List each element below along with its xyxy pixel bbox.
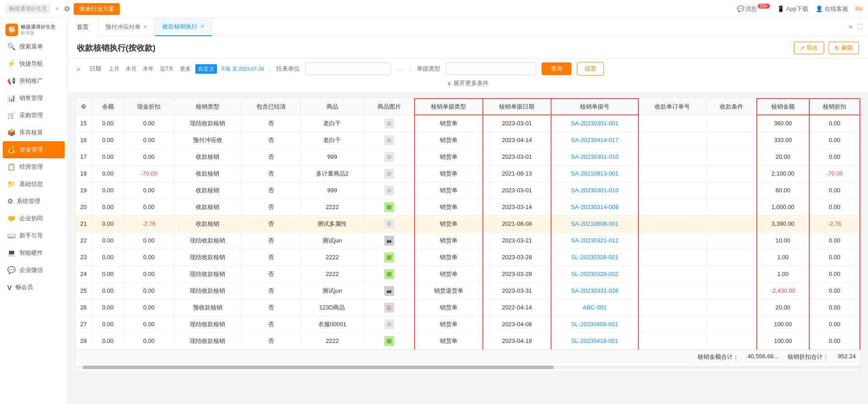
voucher-no-link[interactable]: SA-20230301-001 [571, 120, 619, 127]
tab-collection-close[interactable]: ✕ [200, 24, 204, 29]
tab-prepay[interactable]: 预付冲应付单 ✕ [98, 18, 155, 36]
expand-conditions-btn[interactable]: ∨ 展开更多条件 [447, 79, 489, 87]
voucher-no-link[interactable]: SL-20230408-001 [571, 321, 618, 328]
sidebar-item-hardware[interactable]: 💻 智能硬件 [0, 244, 67, 261]
voucher-type-select[interactable] [446, 62, 536, 75]
cell-goods-img: 📷 [364, 282, 414, 299]
trial-btn[interactable]: 体验行业方案 [74, 3, 120, 15]
cell-voucher-no[interactable]: SA-20210813-001 [551, 165, 638, 182]
sidebar-item-guide[interactable]: 📖 新手引导 [0, 227, 67, 244]
voucher-no-link[interactable]: SL-20230418-001 [571, 337, 618, 344]
cell-type: 现结收款核销 [174, 232, 242, 249]
cell-payment-cond [706, 249, 756, 266]
cell-balance: 0.00 [92, 165, 124, 182]
voucher-no-link[interactable]: ABC-001 [583, 304, 607, 311]
cell-voucher-no[interactable]: SA-20230331-026 [551, 282, 638, 299]
sidebar-item-sales-label: 销售管理 [19, 94, 43, 102]
tab-prepay-close[interactable]: ✕ [143, 24, 147, 30]
message-area[interactable]: 💬 消息 99+ [737, 5, 770, 13]
sidebar-item-finance[interactable]: 💰 资金管理 [3, 141, 65, 158]
sidebar-item-collab[interactable]: 🤝 企业协同 [0, 210, 67, 227]
tab-collection[interactable]: 收款核销执行 ✕ [155, 18, 212, 36]
close-window-icon[interactable]: ✕ [848, 24, 853, 30]
online-service[interactable]: 👤 在线客服 [816, 5, 848, 13]
date-custom[interactable]: 自定义 [195, 64, 217, 74]
cell-voucher-no[interactable]: SA-20230301-001 [551, 115, 638, 132]
main-table: ⚙ 余额 现金折扣 核销类型 包含已结清 商品 商品图片 核销单据类型 核销单据… [75, 98, 860, 350]
th-type: 核销类型 [174, 99, 242, 115]
voucher-no-link[interactable]: SA-20210808-001 [571, 220, 619, 227]
voucher-no-link[interactable]: SA-20230321-012 [571, 237, 619, 244]
gear-icon[interactable]: ⚙ [64, 5, 70, 13]
voucher-no-link[interactable]: SA-20230301-010 [571, 153, 619, 160]
date-this-year[interactable]: 本年 [141, 64, 156, 74]
cell-voucher-no[interactable]: ABC-001 [551, 299, 638, 316]
sidebar-item-wechat[interactable]: 💬 企业微信 [0, 261, 67, 279]
sidebar-item-basic[interactable]: 📁 基础信息 [0, 176, 67, 193]
table-wrapper: ⚙ 余额 现金折扣 核销类型 包含已结清 商品 商品图片 核销单据类型 核销单据… [75, 98, 861, 371]
sidebar-item-system[interactable]: ⚙ 系统管理 [0, 193, 67, 210]
sidebar-item-member[interactable]: V 畅会员 [0, 279, 67, 296]
tab-home[interactable]: 首页 [68, 18, 98, 36]
cell-amount: -2,430.00 [757, 282, 809, 299]
date-label: 日期 [90, 65, 101, 73]
tab-collection-label: 收款核销执行 [162, 23, 198, 31]
sidebar-item-marketing[interactable]: 📢 营销推广 [0, 72, 67, 90]
filter-separator-1: | [269, 66, 271, 72]
horizontal-scrollbar[interactable] [83, 366, 554, 369]
settings-button[interactable]: 设置 [577, 62, 604, 76]
sidebar-item-purchase[interactable]: 🛒 采购管理 [0, 107, 67, 124]
cell-order-no [638, 132, 707, 148]
cell-voucher-no[interactable]: SL-20230418-001 [551, 333, 638, 349]
voucher-no-link[interactable]: SA-20230301-010 [571, 187, 619, 194]
cell-voucher-no[interactable]: SA-20230314-008 [551, 199, 638, 215]
export-button[interactable]: ↗ 导出 [794, 42, 824, 54]
app-download[interactable]: 📱 App下载 [777, 5, 808, 13]
date-more[interactable]: 更多 [178, 64, 193, 74]
sidebar-item-nav[interactable]: ⚡ 快捷导航 [0, 55, 67, 72]
voucher-no-link[interactable]: SL-20230328-002 [571, 271, 618, 277]
cell-discount: 0.00 [809, 132, 860, 148]
th-order-no: 收款单订单号 [638, 99, 707, 115]
query-button[interactable]: 查询 [542, 62, 571, 75]
date-7days[interactable]: 近7天 [158, 64, 176, 74]
voucher-no-link[interactable]: SL-20230328-001 [571, 254, 618, 261]
cell-voucher-type: 销货单 [415, 182, 483, 199]
cell-voucher-no[interactable]: SA-20210808-001 [551, 215, 638, 232]
cell-no: 22 [75, 232, 92, 249]
sidebar-item-search[interactable]: 🔍 搜索菜单 [0, 38, 67, 55]
expand-arrow-icon[interactable]: » [77, 65, 80, 72]
date-prev-month[interactable]: 上月 [107, 64, 121, 74]
voucher-no-link[interactable]: SA-20210813-001 [571, 170, 619, 177]
sidebar-item-operations[interactable]: 📋 经营管理 [0, 158, 67, 176]
operations-icon: 📋 [7, 163, 16, 171]
hardware-icon: 💻 [7, 249, 16, 257]
cell-voucher-no[interactable]: SA-20230414-017 [551, 132, 638, 148]
table-settings-icon[interactable]: ⚙ [81, 103, 86, 110]
sidebar-item-sales[interactable]: 📊 销售管理 [0, 90, 67, 107]
cell-order-no [638, 282, 707, 299]
cell-balance: 0.00 [92, 232, 124, 249]
voucher-no-link[interactable]: SA-20230314-008 [571, 204, 619, 210]
cell-voucher-no[interactable]: SL-20230408-001 [551, 316, 638, 333]
maximize-window-icon[interactable]: ⛶ [857, 24, 863, 30]
cell-type: 现结收款核销 [174, 115, 242, 132]
refresh-button[interactable]: ↻ 刷新 [829, 42, 859, 54]
cell-voucher-no[interactable]: SA-20230301-010 [551, 148, 638, 165]
cell-voucher-no[interactable]: SL-20230328-001 [551, 249, 638, 266]
sidebar-item-inventory[interactable]: 📦 库存核算 [0, 124, 67, 141]
cell-voucher-type: 销货单 [415, 115, 483, 132]
th-settings[interactable]: ⚙ [75, 99, 92, 115]
date-this-month[interactable]: 本月 [124, 64, 138, 74]
cell-goods-img: 🟩 [364, 249, 414, 266]
filter-dots[interactable]: ··· [396, 66, 404, 72]
cell-voucher-no[interactable]: SL-20230328-002 [551, 266, 638, 282]
cell-voucher-no[interactable]: SA-20230321-012 [551, 232, 638, 249]
cell-voucher-no[interactable]: SA-20230301-010 [551, 182, 638, 199]
counterpart-input[interactable] [305, 62, 391, 75]
voucher-no-link[interactable]: SA-20230331-026 [571, 287, 619, 294]
cell-voucher-type: 销货退货单 [415, 282, 483, 299]
voucher-no-link[interactable]: SA-20230414-017 [571, 137, 619, 143]
table-row: 28 0.00 0.00 现结收款核销 否 2222 🟩 销货单 2023-04… [75, 333, 860, 349]
cell-amount: 100.00 [757, 333, 809, 349]
